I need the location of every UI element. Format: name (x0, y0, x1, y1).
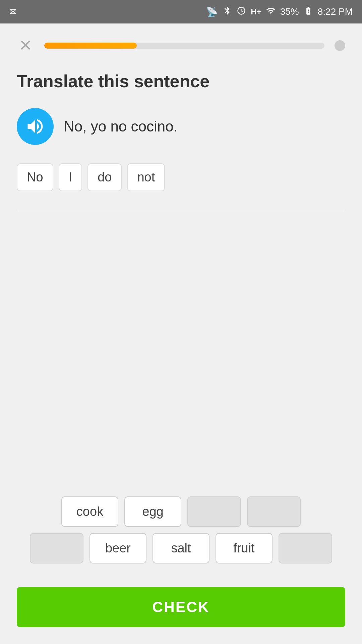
bank-word-empty-2 (247, 496, 301, 527)
alarm-icon (237, 6, 246, 18)
word-bank-row-2: beer salt fruit (30, 533, 332, 564)
bank-word-beer[interactable]: beer (89, 533, 146, 564)
progress-dot (335, 40, 345, 51)
bank-word-salt[interactable]: salt (153, 533, 209, 564)
hplus-icon: H+ (251, 7, 261, 16)
speaker-icon (25, 116, 45, 137)
status-bar: ✉ 📡 H+ 35% 8:22 PM (0, 0, 362, 23)
bank-word-empty-3 (30, 533, 83, 564)
answer-word-2[interactable]: I (59, 163, 82, 191)
section-heading: Translate this sentence (17, 71, 345, 91)
audio-button[interactable] (17, 108, 54, 145)
status-bar-right: 📡 H+ 35% 8:22 PM (206, 6, 353, 18)
main-content: ✕ Translate this sentence No, yo no coci… (0, 23, 362, 577)
close-button[interactable]: ✕ (17, 37, 34, 54)
bank-word-fruit[interactable]: fruit (216, 533, 273, 564)
close-icon: ✕ (19, 38, 32, 54)
answer-area: No I do not (17, 163, 345, 210)
battery-icon (304, 6, 313, 18)
bluetooth-icon (223, 6, 232, 18)
progress-bar-fill (44, 43, 137, 49)
bank-word-empty-4 (279, 533, 332, 564)
battery-percent: 35% (280, 6, 299, 17)
time-display: 8:22 PM (318, 6, 353, 17)
answer-word-3[interactable]: do (87, 163, 122, 191)
bluetooth-icon: 📡 (206, 6, 218, 17)
status-bar-left: ✉ (9, 7, 17, 17)
progress-row: ✕ (17, 37, 345, 54)
progress-bar-container (44, 43, 324, 49)
word-bank-area: cook egg beer salt fruit (17, 227, 345, 577)
bank-word-egg[interactable]: egg (124, 496, 181, 527)
bank-word-empty-1 (187, 496, 241, 527)
signal-icon (266, 6, 276, 18)
word-bank-grid: cook egg beer salt fruit (17, 496, 345, 564)
sentence-text: No, yo no cocino. (64, 118, 178, 135)
word-bank-row-1: cook egg (61, 496, 301, 527)
audio-row: No, yo no cocino. (17, 108, 345, 145)
check-button[interactable]: CHECK (17, 587, 345, 627)
answer-word-4[interactable]: not (127, 163, 165, 191)
bottom-area: CHECK (0, 577, 362, 644)
email-icon: ✉ (9, 7, 17, 17)
bank-word-cook[interactable]: cook (61, 496, 118, 527)
answer-word-1[interactable]: No (17, 163, 53, 191)
